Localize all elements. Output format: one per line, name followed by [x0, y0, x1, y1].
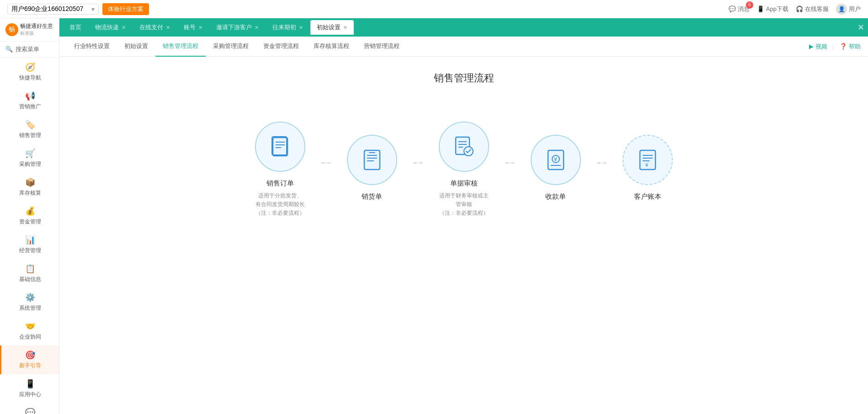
inventory-label: 库存核算 [19, 189, 41, 197]
nav-tab-home[interactable]: 首页 [63, 20, 88, 35]
nav-tab-initial-setup[interactable]: 初始设置 ✕ [310, 20, 354, 35]
flow-circle-sales-invoice [347, 135, 397, 185]
sidebar-item-system-mgmt[interactable]: ⚙️ 系统管理 [0, 288, 59, 317]
marketing-promo-label: 营销推广 [19, 103, 41, 111]
quick-nav-icon: 🧭 [25, 62, 35, 72]
sub-tab-purchase-flow-label: 采购管理流程 [213, 42, 249, 50]
nav-tab-online-pay-label: 在线支付 [139, 23, 163, 32]
user-selector[interactable]: 用户690企业1660120507 ▾ [7, 4, 99, 15]
basic-info-label: 基础信息 [19, 276, 41, 283]
sidebar-item-inventory[interactable]: 📦 库存核算 [0, 173, 59, 202]
sales-invoice-icon [360, 148, 384, 172]
flow-arrow-3: --→ [505, 149, 515, 168]
nav-tab-invite-downstream-label: 邀请下游客户 [216, 23, 252, 32]
nav-tab-past-period-close[interactable]: ✕ [299, 25, 303, 31]
logo-text-container: 畅捷通好生意 标准版 [20, 23, 53, 37]
enterprise-wechat-icon: 💬 [25, 408, 35, 414]
app-download-label: App下载 [766, 5, 788, 13]
nav-tab-account-label: 账号 [184, 23, 196, 32]
message-item[interactable]: 💬 消息 6 [729, 5, 750, 13]
sub-tab-purchase-flow[interactable]: 采购管理流程 [206, 37, 256, 57]
sales-mgmt-label: 销售管理 [19, 132, 41, 139]
avatar-icon: 👤 [836, 4, 847, 15]
system-mgmt-icon: ⚙️ [25, 292, 35, 303]
sidebar-item-enterprise-collab[interactable]: 🤝 企业协同 [0, 317, 59, 345]
svg-text:¥: ¥ [554, 156, 557, 163]
dropdown-arrow-icon: ▾ [91, 5, 95, 13]
logo-text: 畅捷通好生意 [20, 23, 53, 30]
flow-step-document-review: 单据审核 适用于财务审核或主管审核（注：非必要流程） [423, 122, 505, 218]
nav-tab-initial-setup-close[interactable]: ✕ [343, 25, 347, 31]
sidebar-item-sales-mgmt[interactable]: 🏷️ 销售管理 [0, 115, 59, 144]
flow-desc-document-review: 适用于财务审核或主管审核（注：非必要流程） [439, 191, 489, 218]
nav-tab-logistics-close[interactable]: ✕ [122, 25, 126, 31]
experience-btn[interactable]: 体验行业方案 [102, 3, 149, 15]
marketing-promo-icon: 📢 [25, 91, 35, 101]
customer-account-icon: ¥ [636, 148, 660, 172]
nav-tab-online-pay-close[interactable]: ✕ [166, 25, 170, 31]
search-menu-btn[interactable]: 🔍 搜索菜单 [5, 45, 53, 53]
page-content: 销售管理流程 销售订单 适用于分批发货、有合同 [59, 57, 868, 414]
content-area: 首页 物流快递 ✕ 在线支付 ✕ 账号 ✕ 邀请下游客户 ✕ 往来期初 ✕ [59, 18, 868, 414]
sidebar-search[interactable]: 🔍 搜索菜单 [0, 42, 59, 58]
sub-tab-inventory-flow[interactable]: 库存核算流程 [306, 37, 357, 57]
flow-circle-receipt: ¥ [531, 135, 581, 185]
app-download-item[interactable]: 📱 App下载 [757, 5, 788, 13]
app-center-icon: 📱 [25, 379, 35, 389]
sidebar-item-marketing-promo[interactable]: 📢 营销推广 [0, 86, 59, 115]
nav-tab-past-period[interactable]: 往来期初 ✕ [266, 20, 309, 35]
nav-tab-account-close[interactable]: ✕ [198, 25, 202, 31]
enterprise-collab-label: 企业协同 [19, 333, 41, 341]
sub-tab-sales-flow[interactable]: 销售管理流程 [155, 37, 206, 57]
sub-tab-marketing-flow[interactable]: 营销管理流程 [357, 37, 407, 57]
nav-tab-online-pay[interactable]: 在线支付 ✕ [133, 20, 176, 35]
help-btn[interactable]: ❓ 帮助 [840, 42, 861, 51]
sidebar-item-operations[interactable]: 📊 经营管理 [0, 230, 59, 259]
sidebar-item-quick-nav[interactable]: 🧭 快捷导航 [0, 58, 59, 86]
sub-tab-capital-flow[interactable]: 资金管理流程 [256, 37, 306, 57]
operations-label: 经营管理 [19, 247, 41, 255]
operations-icon: 📊 [25, 235, 35, 245]
nav-tab-logistics[interactable]: 物流快递 ✕ [89, 20, 132, 35]
user-selector-text: 用户690企业1660120507 [11, 5, 83, 13]
svg-rect-5 [364, 150, 380, 170]
sub-tab-initial-setup-label: 初始设置 [124, 42, 148, 50]
online-service-item[interactable]: 🎧 在线客服 [796, 5, 829, 13]
sidebar-item-purchase-mgmt[interactable]: 🛒 采购管理 [0, 144, 59, 173]
video-label: 视频 [815, 42, 827, 51]
sidebar: 畅 畅捷通好生意 标准版 🔍 搜索菜单 🧭 快捷导航 📢 营销推广 🏷️ 销售管… [0, 18, 59, 414]
flow-label-sales-invoice: 销货单 [362, 192, 382, 201]
basic-info-icon: 📋 [25, 264, 35, 274]
receipt-icon: ¥ [544, 148, 568, 172]
nav-tab-invite-downstream[interactable]: 邀请下游客户 ✕ [210, 20, 265, 35]
app-icon: 📱 [757, 5, 764, 12]
video-help-btn[interactable]: ▶ 视频 [809, 42, 827, 51]
sidebar-item-finance[interactable]: 💰 资金管理 [0, 202, 59, 230]
sub-tab-initial-setup[interactable]: 初始设置 [117, 37, 155, 57]
flow-step-sales-invoice: 销货单 [331, 135, 413, 205]
user-avatar-item[interactable]: 👤 用户 [836, 4, 861, 15]
flow-label-customer-account: 客户账本 [634, 192, 661, 201]
sidebar-item-basic-info[interactable]: 📋 基础信息 [0, 259, 59, 288]
sub-tab-industry-settings[interactable]: 行业特性设置 [67, 37, 117, 57]
flow-circle-document-review [439, 122, 489, 172]
search-icon: 🔍 [5, 46, 13, 53]
main-layout: 畅 畅捷通好生意 标准版 🔍 搜索菜单 🧭 快捷导航 📢 营销推广 🏷️ 销售管… [0, 18, 868, 414]
nav-tab-invite-close[interactable]: ✕ [255, 25, 259, 31]
sidebar-item-app-center[interactable]: 📱 应用中心 [0, 374, 59, 403]
flow-circle-customer-account: ¥ [623, 135, 673, 185]
nav-tab-initial-setup-label: 初始设置 [317, 23, 341, 32]
flow-chart: 销售订单 适用于分批发货、有合同发货周期较长（注：非必要流程） --→ [78, 112, 850, 227]
sidebar-item-enterprise-wechat[interactable]: 💬 企业微信 [0, 403, 59, 414]
sub-tab-industry-settings-label: 行业特性设置 [74, 42, 110, 50]
sub-tab-bar: 行业特性设置 初始设置 销售管理流程 采购管理流程 资金管理流程 库存核算流程 … [59, 37, 868, 57]
nav-tab-account[interactable]: 账号 ✕ [177, 20, 209, 35]
flow-label-document-review: 单据审核 [450, 179, 478, 188]
flow-desc-sales-order: 适用于分批发货、有合同发货周期较长（注：非必要流程） [256, 191, 305, 218]
page-title: 销售管理流程 [78, 71, 850, 85]
top-bar-right: 💬 消息 6 📱 App下载 🎧 在线客服 👤 用户 [729, 4, 861, 15]
sales-order-icon [268, 135, 292, 159]
close-all-tabs-btn[interactable]: ✕ [857, 22, 864, 32]
online-service-label: 在线客服 [805, 5, 829, 13]
sidebar-item-new-user-guide[interactable]: 🎯 新手引导 [0, 345, 59, 374]
